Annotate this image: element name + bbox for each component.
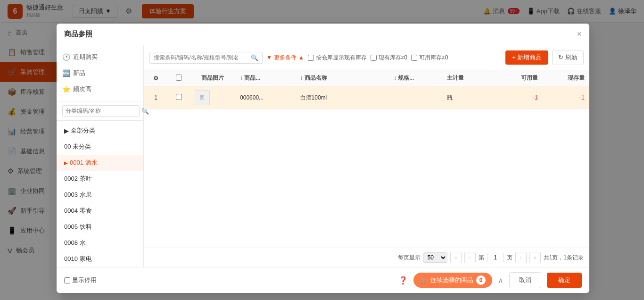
checkbox-by-warehouse-input[interactable] <box>308 55 314 61</box>
col-settings: ⚙ <box>144 70 168 86</box>
category-search-area: 🔍 <box>57 101 143 121</box>
row-checkbox[interactable] <box>176 94 182 100</box>
category-item-00[interactable]: 00 未分类 <box>57 139 143 155</box>
table-row[interactable]: 1 图 000600... 白酒100ml 瓶 -1 <box>144 86 589 109</box>
expand-icon[interactable]: ∧ <box>498 276 504 285</box>
col-name-label: 商品名称 <box>305 75 327 81</box>
category-item-0004[interactable]: 0004 零食 <box>57 203 143 219</box>
category-item-0001[interactable]: ▶ 0001 酒水 <box>57 155 143 171</box>
refresh-button[interactable]: ↻ 刷新 <box>552 50 584 65</box>
table-header-row: ⚙ 商品图片 ↕ 商品... <box>144 70 589 86</box>
category-0004-label: 0004 零食 <box>64 207 92 214</box>
prev-page-button[interactable]: ‹ <box>464 252 476 263</box>
category-0002-label: 0002 茶叶 <box>64 175 92 182</box>
sort-icon: ↕ <box>240 75 243 81</box>
category-search-input[interactable] <box>62 105 140 117</box>
product-modal: 商品参照 × 🕐 近期购买 🆕 新品 ⭐ 频次高 <box>57 24 589 293</box>
col-code-label: 商品... <box>244 75 260 81</box>
page-size-select[interactable]: 50 10 20 100 <box>423 252 447 263</box>
category-item-0010[interactable]: 0010 家电 <box>57 251 143 267</box>
product-search-input[interactable] <box>154 54 249 61</box>
cart-button[interactable]: 🛒 连续选择的商品 0 <box>413 273 492 288</box>
category-0008-label: 0008 水 <box>64 239 86 246</box>
cart-count: 0 <box>476 275 486 285</box>
category-item-0005[interactable]: 0005 饮料 <box>57 219 143 235</box>
product-toolbar: 🔍 ▼ 更多条件 ▲ 按仓库显示现有库存 现有库存≠0 可用库存≠0 <box>144 45 589 70</box>
show-disabled-input[interactable] <box>64 277 70 283</box>
filter-button[interactable]: ▼ 更多条件 ▲ <box>266 54 304 62</box>
col-avail-header: 可用量 <box>489 70 542 86</box>
checkbox-avail-not-zero-input[interactable] <box>411 55 417 61</box>
checkbox-stock-not-zero-input[interactable] <box>371 55 377 61</box>
product-image: 图 <box>195 90 210 105</box>
row-name: 白酒100ml <box>296 86 389 109</box>
confirm-button[interactable]: 确定 <box>547 273 582 288</box>
tab-recent-label: 近期购买 <box>73 53 98 61</box>
product-panel: 🔍 ▼ 更多条件 ▲ 按仓库显示现有库存 现有库存≠0 可用库存≠0 <box>144 45 589 267</box>
col-stock-label: 现存量 <box>568 75 585 81</box>
category-0005-label: 0005 饮料 <box>64 223 92 230</box>
category-item-0002[interactable]: 0002 茶叶 <box>57 171 143 187</box>
modal-close-button[interactable]: × <box>577 29 582 39</box>
total-text: 共1页，1条记录 <box>544 254 584 262</box>
show-disabled-checkbox[interactable]: 显示停用 <box>64 276 97 284</box>
tab-new[interactable]: 🆕 新品 <box>57 65 143 81</box>
tab-freq[interactable]: ⭐ 频次高 <box>57 81 143 97</box>
sort-icon-2: ↕ <box>300 75 303 81</box>
last-page-button[interactable]: » <box>529 252 541 263</box>
cart-icon: 🛒 <box>420 277 428 284</box>
col-unit-header: 主计量 <box>442 70 489 86</box>
add-product-button[interactable]: + 新增商品 <box>505 50 548 65</box>
modal-title: 商品参照 <box>64 30 92 39</box>
product-table: ⚙ 商品图片 ↕ 商品... <box>144 70 589 248</box>
page-label: 第 <box>479 254 484 262</box>
modal-header: 商品参照 × <box>57 24 589 45</box>
filter-icon: ▼ <box>266 54 272 61</box>
checkbox-stock-not-zero[interactable]: 现有库存≠0 <box>371 54 407 62</box>
help-icon[interactable]: ❓ <box>398 276 408 285</box>
col-img-label: 商品图片 <box>201 75 224 81</box>
row-spec <box>389 86 442 109</box>
page-number-input[interactable] <box>487 253 504 262</box>
checkbox-by-warehouse-label: 按仓库显示现有库存 <box>316 54 367 62</box>
page-unit: 页 <box>507 254 512 262</box>
row-avail: -1 <box>489 86 542 109</box>
category-all-label: 全部分类 <box>71 126 95 135</box>
pagination: 每页显示 50 10 20 100 « ‹ 第 页 › » 共1页，1条记录 <box>144 248 589 267</box>
sort-icon-3: ↕ <box>394 75 396 81</box>
arrow-right-icon: ▶ <box>64 160 68 166</box>
checkbox-by-warehouse[interactable]: 按仓库显示现有库存 <box>308 54 367 62</box>
col-spec-label: 规格... <box>398 75 414 81</box>
category-item-0008[interactable]: 0008 水 <box>57 235 143 251</box>
cart-label: 连续选择的商品 <box>430 276 473 284</box>
tab-new-label: 新品 <box>73 69 85 77</box>
category-item-0003[interactable]: 0003 水果 <box>57 187 143 203</box>
cancel-button[interactable]: 取消 <box>509 272 541 288</box>
checkbox-avail-not-zero[interactable]: 可用库存≠0 <box>411 54 448 62</box>
col-name-header[interactable]: ↕ 商品名称 <box>296 70 389 86</box>
checkbox-stock-not-zero-label: 现有库存≠0 <box>379 54 407 62</box>
show-disabled-label: 显示停用 <box>72 276 97 284</box>
tab-recent[interactable]: 🕐 近期购买 <box>57 49 143 65</box>
category-0001-label: 0001 酒水 <box>70 158 98 167</box>
first-page-button[interactable]: « <box>450 252 462 263</box>
clock-icon: 🕐 <box>62 53 70 61</box>
col-unit-label: 主计量 <box>447 75 464 81</box>
filter-arrow-icon: ▲ <box>298 54 304 61</box>
category-00-label: 00 未分类 <box>64 143 91 150</box>
filter-label: 更多条件 <box>274 54 297 62</box>
row-unit: 瓶 <box>442 86 489 109</box>
col-avail-label: 可用量 <box>521 75 538 81</box>
star-icon: ⭐ <box>62 85 70 93</box>
search-icon[interactable]: 🔍 <box>251 54 258 61</box>
modal-footer: 显示停用 ❓ 🛒 连续选择的商品 0 ∧ 取消 确定 <box>57 267 589 293</box>
checkbox-avail-not-zero-label: 可用库存≠0 <box>419 54 448 62</box>
row-num: 1 <box>144 86 168 109</box>
select-all-checkbox[interactable] <box>176 75 182 81</box>
next-page-button[interactable]: › <box>515 252 527 263</box>
col-code-header[interactable]: ↕ 商品... <box>235 70 296 86</box>
col-spec-header[interactable]: ↕ 规格... <box>389 70 442 86</box>
page-size-label: 每页显示 <box>398 254 421 262</box>
col-img-header: 商品图片 <box>190 70 235 86</box>
category-item-all[interactable]: ▶ 全部分类 <box>57 123 143 139</box>
